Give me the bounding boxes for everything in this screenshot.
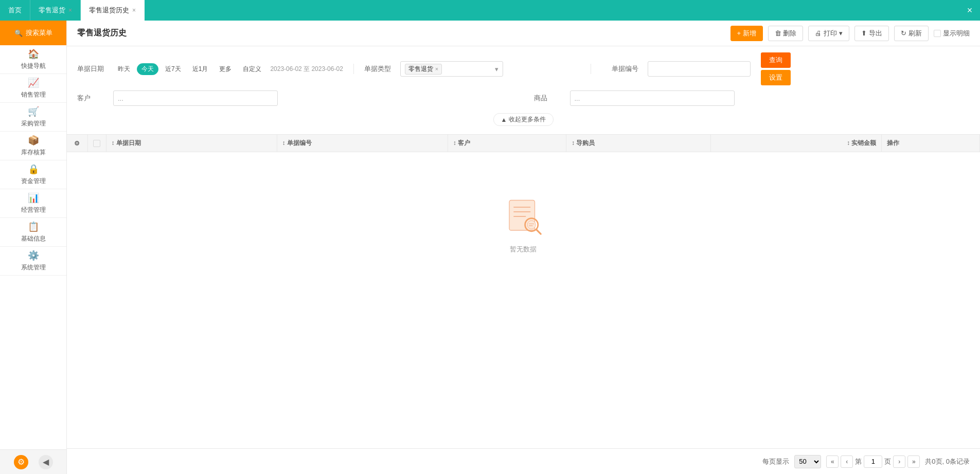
sidebar: 🔍 搜索菜单 🏠 快捷导航 📈 销售管理 🛒 采购管理 📦 库存核算 🔒 [0,21,67,474]
empty-state: 暂无数据 [67,152,980,295]
type-tag-retail-return: 零售退货 × [405,64,442,75]
table-col-customer[interactable]: ↕ 客户 [448,135,566,152]
table-col-number-label: ↕ 单据编号 [282,139,312,147]
tab-home[interactable]: 首页 [0,0,30,21]
sidebar-item-purchase[interactable]: 🛒 采购管理 [0,103,66,132]
refresh-button[interactable]: ↻ 刷新 [894,26,929,41]
table-col-guide[interactable]: ↕ 导购员 [566,135,710,152]
type-filter-select[interactable]: 零售退货 × ▾ [400,61,503,77]
print-button[interactable]: 🖨 打印 ▾ [808,26,849,41]
filter-divider-1 [353,64,354,74]
tab-retail-return-history-close[interactable]: × [132,7,136,14]
print-icon: 🖨 [815,29,822,37]
collapse-button[interactable]: ▲ 收起更多条件 [493,113,554,126]
page-last-button[interactable]: » [907,455,920,468]
page-first-button[interactable]: « [826,455,839,468]
sidebar-nav: 🏠 快捷导航 📈 销售管理 🛒 采购管理 📦 库存核算 🔒 资金管理 📊 [0,45,66,449]
sidebar-item-purchase-label: 采购管理 [21,119,46,128]
goods-filter-input[interactable]: ... [570,90,735,106]
date-btn-yesterday[interactable]: 昨天 [113,63,135,75]
table-col-action: 操作 [882,135,980,152]
sales-icon: 📈 [28,77,39,88]
select-all-checkbox[interactable] [93,140,100,147]
table-col-date[interactable]: ↕ 单据日期 [106,135,277,152]
date-btn-today[interactable]: 今天 [137,63,158,75]
sidebar-item-basic-info-label: 基础信息 [21,234,46,243]
per-page-select[interactable]: 10 20 50 100 [794,455,821,468]
per-page-label: 每页显示 [762,457,789,466]
date-range-display: 2023-06-02 至 2023-06-02 [270,65,343,74]
page-prev-button[interactable]: ‹ [841,455,853,468]
date-btn-7days[interactable]: 近7天 [161,63,186,75]
goods-filter-col: 商品 ... [534,90,970,106]
table-col-customer-label: ↕ 客户 [453,139,470,147]
page-nav: « ‹ 第 页 › » [826,455,920,468]
type-tag-close[interactable]: × [435,66,438,72]
purchase-icon: 🛒 [28,106,39,117]
new-button[interactable]: + 新增 [730,26,763,41]
export-icon: ⬆ [861,29,867,37]
display-detail-wrap: 显示明细 [934,29,970,38]
filter-row-2: 客户 ... 商品 ... [77,90,970,106]
sidebar-item-finance[interactable]: 🔒 资金管理 [0,160,66,189]
tab-retail-return-label: 零售退货 [39,6,65,15]
print-label: 打印 [824,29,837,38]
filter-area: 单据日期 昨天 今天 近7天 近1月 更多 自定义 2023-06-02 至 2… [67,46,980,135]
top-bar: 首页 零售退货 × 零售退货历史 × × [0,0,980,21]
date-btn-more[interactable]: 更多 [215,63,236,75]
tab-retail-return[interactable]: 零售退货 × [30,0,81,21]
sidebar-item-operations[interactable]: 📊 经营管理 [0,189,66,218]
goods-filter-label: 商品 [534,94,570,103]
basic-info-icon: 📋 [28,221,39,232]
sidebar-item-system[interactable]: ⚙️ 系统管理 [0,247,66,276]
sidebar-item-sales[interactable]: 📈 销售管理 [0,74,66,103]
number-filter-input[interactable] [648,61,751,77]
date-btn-1month[interactable]: 近1月 [188,63,213,75]
page-title: 零售退货历史 [77,28,730,39]
export-button[interactable]: ⬆ 导出 [854,26,889,41]
tab-retail-return-history-label: 零售退货历史 [89,6,129,15]
setting-button[interactable]: 设置 [761,70,791,85]
sidebar-collapse-button[interactable]: ◀ [39,455,53,469]
sidebar-search[interactable]: 🔍 搜索菜单 [0,21,66,45]
filter-divider-2 [591,64,591,74]
page-number-input[interactable] [864,455,882,468]
sidebar-settings-button[interactable]: ⚙ [14,455,28,469]
customer-placeholder: ... [118,95,123,102]
display-detail-label: 显示明细 [943,29,970,38]
home-icon: 🏠 [28,48,39,60]
sidebar-item-sales-label: 销售管理 [21,90,46,99]
collapse-icon: ▲ [501,116,507,123]
sidebar-search-label: 搜索菜单 [26,28,52,38]
display-detail-checkbox[interactable] [934,30,941,37]
tab-retail-return-close[interactable]: × [68,7,72,14]
window-close-button[interactable]: × [959,0,980,21]
table-col-amount[interactable]: ↕ 实销金额 [711,135,882,152]
empty-illustration [500,193,546,240]
customer-filter-input[interactable]: ... [113,90,278,106]
sidebar-item-system-label: 系统管理 [21,263,46,272]
table-col-check [87,135,106,152]
empty-text: 暂无数据 [510,245,537,254]
table-col-number[interactable]: ↕ 单据编号 [277,135,448,152]
date-btn-custom[interactable]: 自定义 [238,63,266,75]
query-button[interactable]: 查询 [761,52,791,68]
sidebar-item-inventory-label: 库存核算 [21,148,46,157]
page-label: 第 [855,457,862,466]
sidebar-item-inventory[interactable]: 📦 库存核算 [0,132,66,160]
type-select-arrow-icon: ▾ [495,65,498,73]
svg-point-5 [527,221,536,229]
customer-filter-col: 客户 ... [77,90,513,106]
sidebar-item-quick-nav[interactable]: 🏠 快捷导航 [0,45,66,74]
system-icon: ⚙️ [28,250,39,261]
page-suffix: 页 [884,457,891,466]
tab-retail-return-history[interactable]: 零售退货历史 × [81,0,145,21]
goods-placeholder: ... [575,95,580,102]
page-header: 零售退货历史 + 新增 🗑 删除 🖨 打印 ▾ ⬆ 导出 ↻ 刷新 显示明细 [67,21,980,46]
page-next-button[interactable]: › [893,455,905,468]
sidebar-item-basic-info[interactable]: 📋 基础信息 [0,218,66,247]
total-info: 共0页, 0条记录 [925,457,970,466]
sidebar-item-quick-nav-label: 快捷导航 [21,62,46,70]
table-col-settings[interactable]: ⚙ [67,135,87,152]
delete-button[interactable]: 🗑 删除 [768,26,804,41]
